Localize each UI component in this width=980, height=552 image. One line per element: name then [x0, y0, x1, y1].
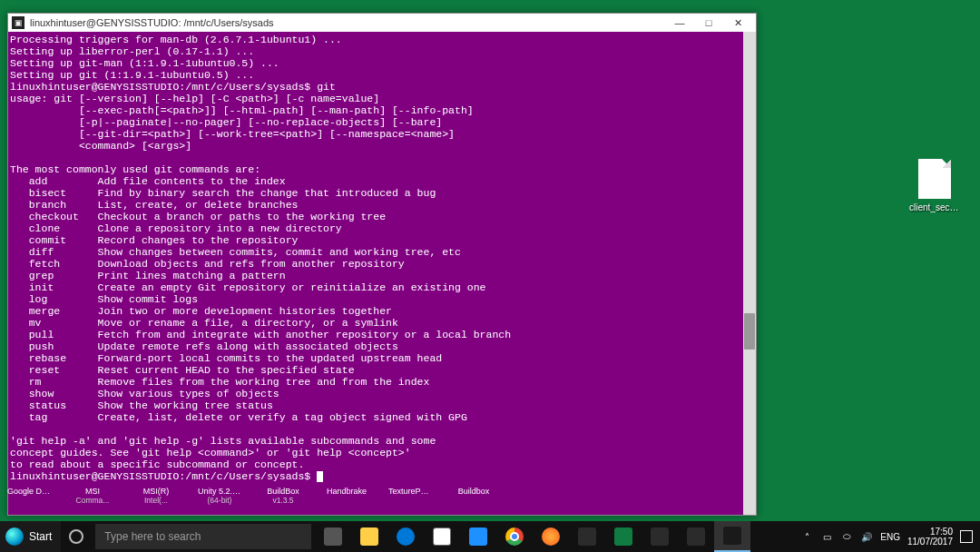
start-orb-icon — [5, 527, 24, 546]
search-input[interactable]: Type here to search — [95, 524, 311, 549]
shortcut-label: BuildBox — [261, 487, 305, 496]
app-button-2[interactable] — [642, 521, 678, 552]
desktop-shortcut[interactable]: Google Docs — [7, 487, 51, 496]
terminal-prompt: linuxhintuser@GENYSISSTUDIO:/mnt/c/Users… — [10, 470, 317, 482]
desktop-shortcut[interactable]: BuildBoxv1.3.5 — [261, 487, 305, 505]
app-button-1[interactable] — [569, 521, 605, 552]
system-tray: ˄ ▭ ⬭ 🔊 ENG 17:50 11/07/2017 — [793, 521, 980, 552]
store-icon — [433, 527, 451, 546]
app-icon — [578, 527, 596, 546]
taskbar: Start Type here to search ˄ ▭ ⬭ 🔊 ENG 17… — [0, 521, 980, 552]
desktop-file-client-secret[interactable]: client_secre... — [909, 159, 960, 212]
shortcut-label: MSI(R) — [134, 487, 178, 496]
app-icon — [651, 527, 669, 546]
action-center-button[interactable] — [960, 530, 973, 543]
tray-clock[interactable]: 17:50 11/07/2017 — [907, 527, 953, 547]
mail-button[interactable] — [460, 521, 496, 552]
edge-icon — [397, 527, 415, 546]
excel-button[interactable] — [605, 521, 642, 552]
shortcut-label: Unity 5.2.0f3 — [198, 487, 241, 496]
app-icon — [687, 527, 705, 546]
firefox-button[interactable] — [533, 521, 569, 552]
shortcut-label: Handbrake — [325, 487, 368, 496]
store-button[interactable] — [424, 521, 460, 552]
minimize-button[interactable]: — — [665, 15, 694, 31]
terminal-icon: ▣ — [12, 16, 24, 29]
taskbar-pinned — [315, 521, 750, 552]
taskview-icon — [324, 527, 342, 546]
desktop-shortcut[interactable]: MSIComma... — [71, 487, 114, 505]
terminal-taskbar-button[interactable] — [714, 521, 750, 552]
tray-volume-icon[interactable]: 🔊 — [860, 530, 873, 543]
task-view-button[interactable] — [315, 521, 351, 552]
shortcut-label: Google Docs — [7, 487, 51, 496]
cortana-ring-icon — [69, 529, 83, 544]
close-button[interactable]: ✕ — [723, 15, 752, 31]
desktop-shortcut[interactable]: Unity 5.2.0f3(64-bit) — [198, 487, 241, 505]
mail-icon — [469, 527, 487, 546]
terminal-icon — [723, 527, 741, 545]
shortcut-sublabel: v1.3.5 — [261, 496, 305, 505]
desktop-shortcut[interactable]: MSI(R)Intel(... — [134, 487, 178, 505]
search-placeholder: Type here to search — [104, 530, 201, 543]
shortcut-sublabel: (64-bit) — [198, 496, 241, 505]
scrollbar-thumb[interactable] — [744, 313, 755, 350]
window-controls: — □ ✕ — [665, 15, 752, 31]
tray-language[interactable]: ENG — [880, 530, 900, 543]
excel-icon — [614, 527, 632, 546]
tray-network-icon[interactable]: ⬭ — [840, 530, 853, 543]
shortcut-label: TexturePac... — [388, 487, 432, 496]
firefox-icon — [542, 527, 560, 546]
folder-icon — [360, 527, 378, 546]
tray-chevron-button[interactable]: ˄ — [800, 530, 813, 543]
shortcut-sublabel: Comma... — [71, 496, 114, 505]
cortana-button[interactable] — [61, 521, 92, 552]
desktop-shortcut[interactable]: Handbrake — [325, 487, 368, 496]
chrome-button[interactable] — [496, 521, 533, 552]
terminal-window: ▣ linuxhintuser@GENYSISSTUDIO: /mnt/c/Us… — [7, 13, 757, 516]
terminal-body[interactable]: Processing triggers for man-db (2.6.7.1-… — [8, 32, 756, 515]
desktop-shortcut-row: Google DocsMSIComma...MSI(R)Intel(...Uni… — [7, 487, 495, 518]
start-button[interactable]: Start — [0, 521, 61, 552]
tray-battery-icon[interactable]: ▭ — [820, 530, 833, 543]
file-explorer-button[interactable] — [351, 521, 387, 552]
window-title: linuxhintuser@GENYSISSTUDIO: /mnt/c/User… — [30, 17, 665, 28]
chrome-icon — [505, 527, 524, 546]
desktop-file-label: client_secre... — [909, 202, 960, 212]
shortcut-label: MSI — [71, 487, 114, 496]
edge-button[interactable] — [387, 521, 424, 552]
cursor-icon — [317, 471, 323, 482]
start-label: Start — [29, 530, 52, 543]
desktop-shortcut[interactable]: Buildbox — [452, 487, 495, 496]
titlebar[interactable]: ▣ linuxhintuser@GENYSISSTUDIO: /mnt/c/Us… — [8, 14, 756, 32]
desktop-shortcut[interactable]: TexturePac... — [388, 487, 432, 496]
scrollbar[interactable] — [743, 32, 756, 515]
shortcut-sublabel: Intel(... — [134, 496, 178, 505]
file-icon — [918, 159, 951, 199]
tray-time: 17:50 — [907, 527, 953, 537]
maximize-button[interactable]: □ — [694, 15, 723, 31]
app-button-3[interactable] — [678, 521, 714, 552]
shortcut-label: Buildbox — [452, 487, 495, 496]
tray-date: 11/07/2017 — [907, 537, 953, 547]
